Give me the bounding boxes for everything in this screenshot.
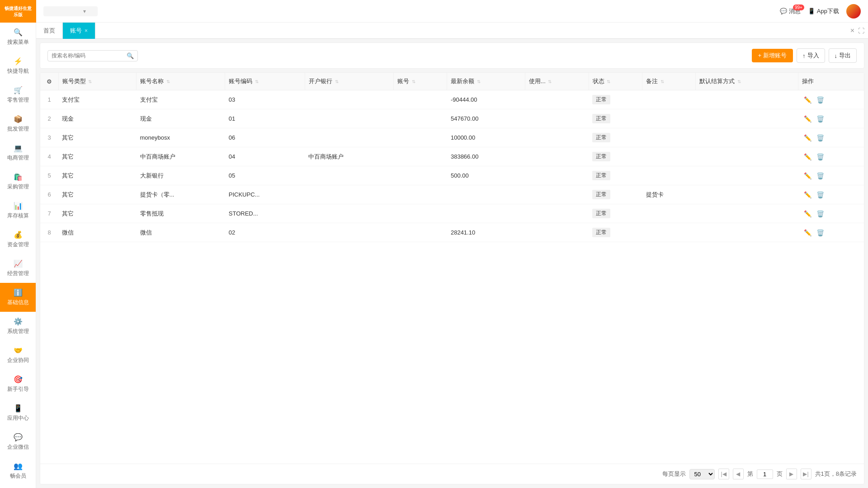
- edit-button[interactable]: ✏️: [802, 133, 813, 142]
- search-icon[interactable]: 🔍: [127, 52, 134, 59]
- row-note: [642, 204, 696, 223]
- page-number-input[interactable]: [757, 469, 773, 479]
- sidebar-item-app-center[interactable]: 📱 应用中心: [0, 399, 36, 427]
- sidebar-nav: 🔍 搜索菜单 ⚡ 快捷导航 🛒 零售管理 📦 批发管理 💻 电商管理 🛍️ 采购…: [0, 23, 36, 488]
- search-wrap[interactable]: 🔍: [47, 50, 138, 61]
- edit-button[interactable]: ✏️: [802, 228, 813, 237]
- row-code: 02: [225, 223, 305, 242]
- th-default-method[interactable]: 默认结算方式 ⇅: [696, 73, 798, 90]
- sidebar-item-wholesale[interactable]: 📦 批发管理: [0, 109, 36, 138]
- sidebar-item-finance[interactable]: 💰 资金管理: [0, 225, 36, 254]
- row-default-method: [696, 109, 798, 128]
- app-download-icon: 📱: [808, 8, 815, 14]
- page-label: 第: [747, 470, 753, 478]
- sidebar-item-system[interactable]: ⚙️ 系统管理: [0, 312, 36, 341]
- th-account-no[interactable]: 账号 ⇅: [394, 73, 447, 90]
- table-row: 1 支付宝 支付宝 03 -90444.00 正常 ✏️ 🗑️: [40, 90, 864, 109]
- tab-home[interactable]: 首页: [36, 23, 63, 39]
- delete-button[interactable]: 🗑️: [815, 228, 826, 237]
- th-note[interactable]: 备注 ⇅: [642, 73, 696, 90]
- row-code: 06: [225, 128, 305, 147]
- edit-button[interactable]: ✏️: [802, 209, 813, 218]
- delete-button[interactable]: 🗑️: [815, 133, 826, 142]
- sidebar-item-basic-info[interactable]: ℹ️ 基础信息: [0, 283, 36, 312]
- row-name: 中百商场账户: [137, 147, 225, 166]
- sidebar-label-finance: 资金管理: [7, 241, 29, 249]
- delete-button[interactable]: 🗑️: [815, 152, 826, 161]
- row-usage: [525, 128, 589, 147]
- row-balance: [447, 185, 525, 204]
- page-prev-button[interactable]: ◀: [733, 469, 744, 479]
- delete-button[interactable]: 🗑️: [815, 95, 826, 104]
- app-download-button[interactable]: 📱 App下载: [808, 7, 839, 15]
- sidebar-label-quick-nav: 快捷导航: [7, 67, 29, 75]
- row-type: 其它: [58, 204, 137, 223]
- per-page-label: 每页显示: [662, 470, 686, 478]
- page-next-button[interactable]: ▶: [786, 469, 797, 479]
- search-input[interactable]: [52, 52, 127, 59]
- wholesale-icon: 📦: [14, 115, 23, 123]
- sidebar-item-quick-nav[interactable]: ⚡ 快捷导航: [0, 52, 36, 80]
- add-account-button[interactable]: + 新增账号: [752, 49, 793, 62]
- sidebar-item-search-menu[interactable]: 🔍 搜索菜单: [0, 23, 36, 52]
- sidebar-item-retail[interactable]: 🛒 零售管理: [0, 80, 36, 109]
- main-area: ▾ 💬 消息 99+ 📱 App下载 首页 账号 × × ⛶: [36, 0, 868, 488]
- row-account: [394, 128, 447, 147]
- row-type: 现金: [58, 109, 137, 128]
- row-note: [642, 166, 696, 185]
- page-last-button[interactable]: ▶|: [801, 469, 811, 479]
- row-bank: [305, 90, 393, 109]
- th-bank[interactable]: 开户银行 ⇅: [305, 73, 393, 90]
- sidebar-item-operations[interactable]: 📈 经营管理: [0, 254, 36, 283]
- edit-button[interactable]: ✏️: [802, 95, 813, 104]
- table-header-row: ⚙ 账号类型 ⇅ 账号名称 ⇅ 账号编码 ⇅ 开户银行 ⇅ 账号 ⇅ 最新余额 …: [40, 73, 864, 90]
- delete-button[interactable]: 🗑️: [815, 114, 826, 123]
- row-bank: [305, 128, 393, 147]
- th-setting[interactable]: ⚙: [40, 73, 58, 90]
- th-usage[interactable]: 使用... ⇅: [525, 73, 589, 90]
- sidebar-item-ecommerce[interactable]: 💻 电商管理: [0, 138, 36, 167]
- th-balance[interactable]: 最新余额 ⇅: [447, 73, 525, 90]
- edit-button[interactable]: ✏️: [802, 171, 813, 180]
- sidebar-item-agreement[interactable]: 🤝 企业协同: [0, 341, 36, 370]
- import-button[interactable]: ↑ 导入: [797, 48, 825, 63]
- top-search-input[interactable]: [47, 8, 83, 14]
- sidebar-label-guide: 新手引导: [7, 385, 29, 393]
- dropdown-arrow-icon[interactable]: ▾: [83, 8, 86, 14]
- page-first-button[interactable]: |◀: [718, 469, 729, 479]
- table-row: 5 其它 大新银行 05 500.00 正常 ✏️ 🗑️: [40, 166, 864, 185]
- system-icon: ⚙️: [14, 317, 23, 326]
- row-ops: ✏️ 🗑️: [798, 147, 864, 166]
- row-name: 微信: [137, 223, 225, 242]
- edit-button[interactable]: ✏️: [802, 190, 813, 199]
- per-page-select[interactable]: 50 100: [689, 469, 715, 479]
- th-account-name[interactable]: 账号名称 ⇅: [137, 73, 225, 90]
- fullscreen-button[interactable]: ⛶: [858, 27, 864, 34]
- th-account-type[interactable]: 账号类型 ⇅: [58, 73, 137, 90]
- tab-close-button[interactable]: ×: [850, 27, 854, 35]
- sidebar-item-enterprise-wechat[interactable]: 💬 企业微信: [0, 427, 36, 456]
- th-status[interactable]: 状态 ⇅: [589, 73, 642, 90]
- edit-button[interactable]: ✏️: [802, 114, 813, 123]
- sidebar-item-member[interactable]: 👥 畅会员: [0, 456, 36, 485]
- edit-button[interactable]: ✏️: [802, 152, 813, 161]
- user-avatar[interactable]: [846, 4, 861, 19]
- sidebar-item-purchase[interactable]: 🛍️ 采购管理: [0, 167, 36, 196]
- row-account: [394, 223, 447, 242]
- th-account-code[interactable]: 账号编码 ⇅: [225, 73, 305, 90]
- delete-button[interactable]: 🗑️: [815, 190, 826, 199]
- row-usage: [525, 223, 589, 242]
- account-table-wrap: ⚙ 账号类型 ⇅ 账号名称 ⇅ 账号编码 ⇅ 开户银行 ⇅ 账号 ⇅ 最新余额 …: [40, 72, 864, 484]
- top-search-box[interactable]: ▾: [43, 6, 98, 16]
- delete-button[interactable]: 🗑️: [815, 209, 826, 218]
- row-ops: ✏️ 🗑️: [798, 204, 864, 223]
- delete-button[interactable]: 🗑️: [815, 171, 826, 180]
- message-button[interactable]: 💬 消息 99+: [780, 7, 801, 15]
- export-button[interactable]: ↓ 导出: [829, 48, 857, 63]
- sidebar-label-retail: 零售管理: [7, 96, 29, 104]
- tab-close-icon[interactable]: ×: [85, 28, 88, 34]
- sidebar-item-inventory[interactable]: 📊 库存核算: [0, 196, 36, 225]
- sidebar-item-guide[interactable]: 🎯 新手引导: [0, 370, 36, 399]
- tab-account[interactable]: 账号 ×: [63, 23, 95, 39]
- row-note: [642, 90, 696, 109]
